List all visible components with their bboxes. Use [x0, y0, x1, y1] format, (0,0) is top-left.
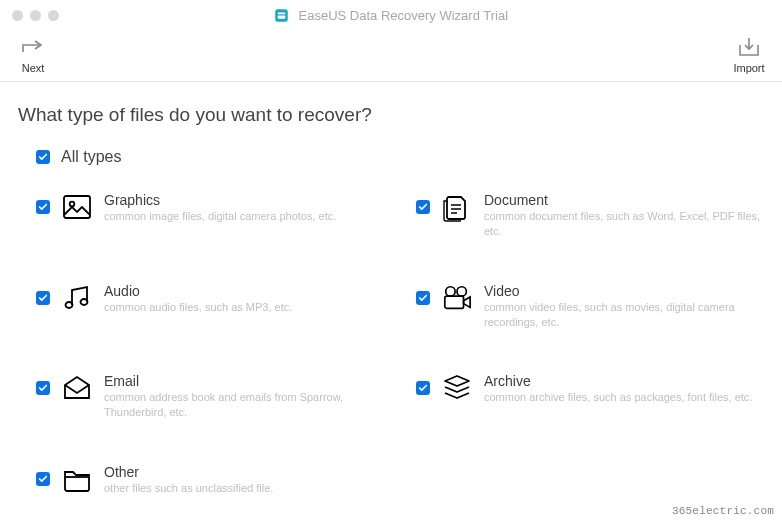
type-video[interactable]: Video common video files, such as movies…	[416, 283, 782, 330]
next-button[interactable]: Next	[10, 34, 56, 74]
type-archive[interactable]: Archive common archive files, such as pa…	[416, 373, 782, 420]
all-types-label: All types	[61, 148, 121, 166]
svg-point-4	[70, 202, 75, 207]
svg-point-8	[457, 286, 466, 295]
other-name: Other	[104, 464, 273, 480]
all-types-checkbox[interactable]	[36, 150, 50, 164]
document-checkbox[interactable]	[416, 200, 430, 214]
svg-rect-9	[445, 296, 464, 308]
svg-rect-1	[278, 12, 286, 14]
audio-desc: common audio files, such as MP3, etc.	[104, 300, 292, 315]
document-icon	[442, 192, 472, 222]
document-desc: common document files, such as Word, Exc…	[484, 209, 774, 239]
email-checkbox[interactable]	[36, 381, 50, 395]
video-name: Video	[484, 283, 774, 299]
import-icon	[726, 34, 772, 60]
titlebar: EaseUS Data Recovery Wizard Trial	[0, 0, 782, 28]
main-content: What type of files do you want to recove…	[0, 82, 782, 496]
graphics-desc: common image files, digital camera photo…	[104, 209, 336, 224]
app-icon	[274, 8, 289, 23]
email-desc: common address book and emails from Spar…	[104, 390, 394, 420]
window-controls	[12, 10, 59, 21]
email-name: Email	[104, 373, 394, 389]
svg-rect-3	[64, 196, 90, 218]
audio-name: Audio	[104, 283, 292, 299]
toolbar: Next Import	[0, 28, 782, 82]
archive-checkbox[interactable]	[416, 381, 430, 395]
minimize-window-dot[interactable]	[30, 10, 41, 21]
video-desc: common video files, such as movies, digi…	[484, 300, 774, 330]
svg-rect-2	[278, 16, 286, 19]
file-type-grid: Graphics common image files, digital cam…	[36, 192, 764, 496]
type-audio[interactable]: Audio common audio files, such as MP3, e…	[36, 283, 416, 330]
close-window-dot[interactable]	[12, 10, 23, 21]
graphics-name: Graphics	[104, 192, 336, 208]
all-types-row[interactable]: All types	[36, 148, 764, 166]
import-button[interactable]: Import	[726, 34, 772, 74]
other-checkbox[interactable]	[36, 472, 50, 486]
page-title: What type of files do you want to recove…	[18, 104, 764, 126]
other-desc: other files such as unclassified file.	[104, 481, 273, 496]
video-checkbox[interactable]	[416, 291, 430, 305]
import-label: Import	[726, 62, 772, 74]
archive-icon	[442, 373, 472, 403]
zoom-window-dot[interactable]	[48, 10, 59, 21]
watermark: 365electric.com	[672, 505, 774, 517]
window-title: EaseUS Data Recovery Wizard Trial	[299, 8, 509, 23]
next-arrow-icon	[10, 34, 56, 60]
type-other[interactable]: Other other files such as unclassified f…	[36, 464, 416, 496]
archive-name: Archive	[484, 373, 752, 389]
archive-desc: common archive files, such as packages, …	[484, 390, 752, 405]
svg-point-7	[446, 286, 455, 295]
email-icon	[62, 373, 92, 403]
type-graphics[interactable]: Graphics common image files, digital cam…	[36, 192, 416, 239]
audio-checkbox[interactable]	[36, 291, 50, 305]
type-document[interactable]: Document common document files, such as …	[416, 192, 782, 239]
graphics-icon	[62, 192, 92, 222]
type-email[interactable]: Email common address book and emails fro…	[36, 373, 416, 420]
other-icon	[62, 464, 92, 494]
next-label: Next	[10, 62, 56, 74]
graphics-checkbox[interactable]	[36, 200, 50, 214]
document-name: Document	[484, 192, 774, 208]
audio-icon	[62, 283, 92, 313]
video-icon	[442, 283, 472, 313]
